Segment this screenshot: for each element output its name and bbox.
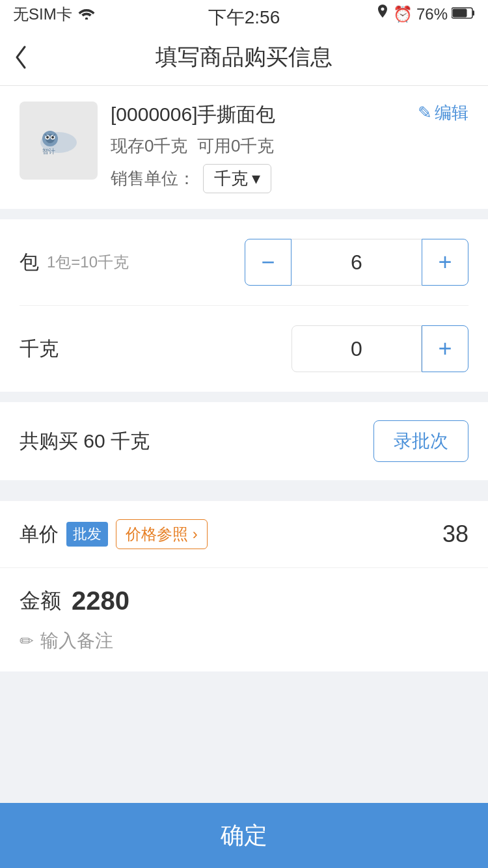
qty-label-bag: 包 1包=10千克 [20, 249, 129, 276]
qty-plus-bag[interactable]: + [422, 239, 468, 286]
qty-minus-bag[interactable]: − [245, 239, 291, 286]
amount-label: 金额 [20, 587, 61, 616]
status-left: 无SIM卡 [13, 4, 96, 25]
price-tag: 批发 [66, 522, 108, 547]
svg-rect-3 [453, 9, 467, 18]
qty-input-kg[interactable] [291, 325, 422, 372]
remark-placeholder: 输入备注 [40, 629, 113, 653]
amount-row: 金额 2280 [20, 586, 468, 616]
qty-control-bag: − + [245, 239, 468, 286]
svg-rect-2 [472, 10, 474, 16]
edit-button[interactable]: ✎ 编辑 [418, 102, 468, 124]
battery-icon [452, 5, 475, 23]
confirm-button[interactable]: 确定 [221, 820, 267, 852]
price-label-row: 单价 批发 价格参照 › [20, 519, 208, 549]
pencil-icon: ✏ [20, 631, 34, 651]
nav-title: 填写商品购买信息 [156, 42, 332, 72]
unit-select[interactable]: 千克 ▾ [203, 164, 271, 193]
quantity-section: 包 1包=10千克 − + 千克 + [0, 219, 488, 392]
qty-plus-kg[interactable]: + [422, 325, 468, 372]
carrier-label: 无SIM卡 [13, 4, 72, 25]
sep-2 [0, 491, 488, 501]
location-icon [376, 5, 389, 24]
amount-value: 2280 [72, 586, 129, 616]
status-time: 下午2:56 [208, 5, 280, 30]
svg-text:智计: 智计 [42, 148, 55, 155]
status-bar: 无SIM卡 下午2:56 ⏰ 76% [0, 0, 488, 29]
price-section: 单价 批发 价格参照 › 38 [0, 501, 488, 568]
confirm-bar[interactable]: 确定 [0, 803, 488, 868]
total-section: 共购买 60 千克 录批次 [0, 402, 488, 480]
alarm-icon: ⏰ [393, 5, 413, 23]
qty-control-kg: + [291, 325, 468, 372]
price-value: 38 [442, 521, 468, 548]
back-button[interactable] [13, 44, 29, 70]
product-info: [0000006]手撕面包 现存0千克 可用0千克 销售单位： 千克 ▾ [111, 102, 468, 193]
price-ref-button[interactable]: 价格参照 › [116, 519, 208, 549]
product-name: [0000006]手撕面包 [111, 102, 468, 128]
page-content: 智计 [0000006]手撕面包 现存0千克 可用0千克 销售单位： 千克 ▾ … [0, 86, 488, 868]
edit-icon: ✎ [418, 103, 432, 123]
wifi-icon [77, 5, 96, 23]
nav-bar: 填写商品购买信息 [0, 29, 488, 86]
battery-label: 76% [416, 5, 448, 23]
amount-section: 金额 2280 ✏ 输入备注 [0, 568, 488, 671]
qty-label-kg: 千克 [20, 336, 59, 362]
total-text: 共购买 60 千克 [20, 428, 150, 455]
chevron-down-icon: ▾ [252, 169, 260, 189]
remark-row[interactable]: ✏ 输入备注 [20, 629, 468, 653]
product-stock: 现存0千克 可用0千克 [111, 135, 468, 157]
product-unit-row: 销售单位： 千克 ▾ [111, 164, 468, 193]
quantity-row-kg: 千克 + [20, 306, 468, 392]
svg-point-0 [85, 18, 87, 20]
quantity-row-bag: 包 1包=10千克 − + [20, 219, 468, 306]
product-card: 智计 [0000006]手撕面包 现存0千克 可用0千克 销售单位： 千克 ▾ … [0, 86, 488, 209]
status-right: ⏰ 76% [376, 5, 475, 24]
sep-1 [0, 392, 488, 402]
qty-input-bag[interactable] [291, 239, 422, 286]
batch-button[interactable]: 录批次 [373, 420, 468, 462]
product-thumbnail: 智计 [20, 102, 98, 180]
price-label: 单价 [20, 521, 59, 548]
